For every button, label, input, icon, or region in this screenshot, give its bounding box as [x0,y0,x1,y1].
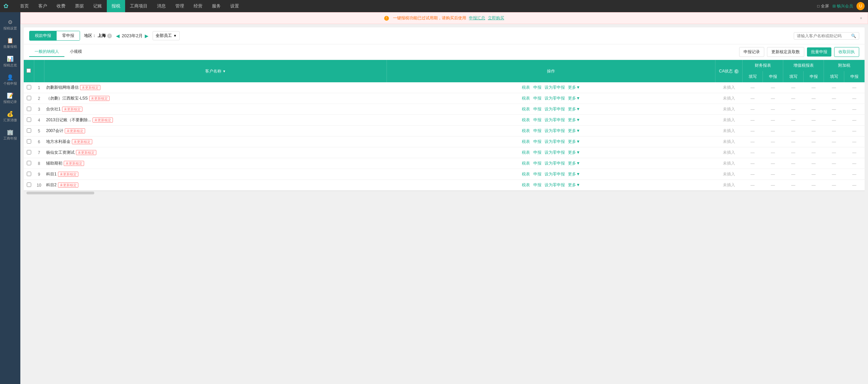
op-zero-report[interactable]: 设为零申报 [545,139,565,144]
sidebar-item-报税总览[interactable]: 📊报税总览 [0,52,20,70]
user-avatar[interactable]: U [856,2,865,10]
row-checkbox-3[interactable] [27,107,31,111]
op-tax-form[interactable]: 税表 [522,183,530,187]
region-label: 地区： [84,33,96,39]
op-zero-report[interactable]: 设为零申报 [545,172,565,176]
row-ca-status: 未插入 [715,93,743,104]
prev-month-button[interactable]: ◀ [116,33,120,39]
op-zero-report[interactable]: 设为零申报 [545,183,565,187]
row-checkbox-8[interactable] [27,161,31,165]
row-checkbox-4[interactable] [27,118,31,122]
op-report[interactable]: 申报 [533,150,541,155]
update-confirm-button[interactable]: 更新核定及取数 [767,47,804,57]
row-checkbox-7[interactable] [27,150,31,154]
nav-item-票据[interactable]: 票据 [70,0,88,12]
op-report[interactable]: 申报 [533,107,541,111]
banner-link-summary[interactable]: 申报汇总 [469,15,485,21]
search-input[interactable] [797,34,851,38]
op-report[interactable]: 申报 [533,161,541,166]
banner-close-button[interactable]: × [860,16,862,21]
row-checkbox-2[interactable] [27,96,31,100]
tab-small-scale[interactable]: 小规模 [64,47,87,57]
nav-item-收费[interactable]: 收费 [52,0,70,12]
op-zero-report[interactable]: 设为零申报 [545,161,565,166]
nav-item-管理[interactable]: 管理 [171,0,189,12]
search-icon[interactable]: 🔍 [851,34,856,38]
op-tax-form[interactable]: 税表 [522,172,530,176]
row-finance-report: — [763,147,783,158]
next-month-button[interactable]: ▶ [145,33,149,39]
row-checkbox-10[interactable] [27,183,31,187]
row-additional-report: — [844,93,865,104]
op-report[interactable]: 申报 [533,139,541,144]
nav-item-服务[interactable]: 服务 [207,0,225,12]
upgrade-button[interactable]: ⊞ 畅兴会员 [832,3,853,9]
op-report[interactable]: 申报 [533,85,541,90]
nav-item-工商项目[interactable]: 工商项目 [125,0,152,12]
op-zero-report[interactable]: 设为零申报 [545,128,565,133]
op-tax-form[interactable]: 税表 [522,128,530,133]
tab-general-taxpayer[interactable]: 一般的纳税人 [29,47,64,57]
nav-item-首页[interactable]: 首页 [15,0,34,12]
region-info-icon[interactable]: i [107,34,112,38]
sidebar-item-工商年报[interactable]: 🏢工商年报 [0,126,20,144]
sidebar-item-批量报税[interactable]: 📋批量报税 [0,34,20,52]
op-report[interactable]: 申报 [533,128,541,133]
op-zero-report[interactable]: 设为零申报 [545,85,565,90]
op-zero-report[interactable]: 设为零申报 [545,150,565,155]
row-checkbox-9[interactable] [27,172,31,176]
scroll-thumb[interactable] [26,192,94,194]
op-report[interactable]: 申报 [533,183,541,187]
row-tax-report: — [804,104,824,115]
sidebar-item-报税记录[interactable]: 📝报税记录 [0,89,20,107]
op-tax-form[interactable]: 税表 [522,139,530,144]
tab-tax-report[interactable]: 税款申报 [29,31,57,40]
ca-info-icon: C [734,69,739,74]
row-finance-report: — [763,169,783,180]
nav-item-消息[interactable]: 消息 [152,0,171,12]
banner-link-buy[interactable]: 立即购买 [488,15,504,21]
record-button[interactable]: 申报记录 [739,47,764,57]
op-tax-form[interactable]: 税表 [522,107,530,111]
op-report[interactable]: 申报 [533,172,541,176]
op-zero-report[interactable]: 设为零申报 [545,96,565,101]
op-report[interactable]: 申报 [533,96,541,101]
employee-filter[interactable]: 全部员工 ▼ [153,31,180,40]
op-more[interactable]: 更多▼ [568,172,580,176]
nav-item-报税[interactable]: 报税 [107,0,125,12]
op-tax-form[interactable]: 税表 [522,85,530,90]
op-more[interactable]: 更多▼ [568,161,580,166]
horizontal-scrollbar[interactable] [24,191,865,195]
row-checkbox-5[interactable] [27,128,31,133]
op-more[interactable]: 更多▼ [568,128,580,133]
retrieve-button[interactable]: 收取回执 [834,47,859,57]
fullscreen-button[interactable]: □ 全屏 [817,3,829,9]
sidebar-item-报税设置[interactable]: ⚙报税设置 [0,16,20,34]
row-checkbox-1[interactable] [27,85,31,89]
batch-report-button[interactable]: 批量申报 [807,47,831,57]
op-more[interactable]: 更多▼ [568,118,580,122]
op-tax-form[interactable]: 税表 [522,150,530,155]
op-tax-form[interactable]: 税表 [522,118,530,122]
op-more[interactable]: 更多▼ [568,139,580,144]
nav-item-记账[interactable]: 记账 [88,0,107,12]
op-report[interactable]: 申报 [533,118,541,122]
current-date: 2023年2月 [122,33,143,39]
sidebar-item-汇算清缴[interactable]: 💰汇算清缴 [0,107,20,126]
op-more[interactable]: 更多▼ [568,183,580,187]
op-more[interactable]: 更多▼ [568,85,580,90]
op-more[interactable]: 更多▼ [568,150,580,155]
select-all-checkbox[interactable] [26,68,31,73]
op-more[interactable]: 更多▼ [568,96,580,101]
op-more[interactable]: 更多▼ [568,107,580,111]
sidebar-item-个税申报[interactable]: 👤个税申报 [0,71,20,89]
row-checkbox-6[interactable] [27,139,31,144]
nav-item-客户[interactable]: 客户 [34,0,52,12]
tab-zero-report[interactable]: 零申报 [57,31,80,40]
op-zero-report[interactable]: 设为零申报 [545,107,565,111]
op-tax-form[interactable]: 税表 [522,161,530,166]
op-zero-report[interactable]: 设为零申报 [545,118,565,122]
nav-item-经营[interactable]: 经营 [189,0,207,12]
op-tax-form[interactable]: 税表 [522,96,530,101]
nav-item-设置[interactable]: 设置 [225,0,244,12]
